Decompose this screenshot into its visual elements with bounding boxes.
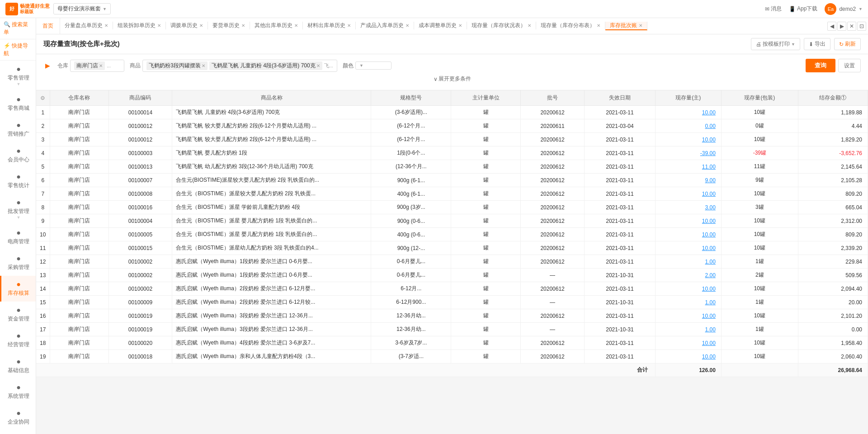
row-qty-main[interactable]: 10.00	[655, 214, 721, 228]
filter-expand-row: ∨ 展开更多条件	[43, 72, 861, 85]
table-row: 16 南岸门店 00100019 惠氏启赋（Wyeth illuma）3段奶粉 …	[36, 309, 868, 323]
row-qty-main[interactable]: 10.00	[655, 106, 721, 119]
tab-close-btn[interactable]: ✕	[847, 22, 856, 31]
tab-transfer-history[interactable]: 调拨单历史✕	[166, 22, 208, 29]
row-qty-main[interactable]: 0.00	[655, 119, 721, 133]
sidebar-item-basic[interactable]: ●基础信息	[0, 353, 36, 379]
tab-close-other-out-history[interactable]: ✕	[294, 23, 298, 28]
warehouse-tag-close-0[interactable]: ✕	[99, 63, 103, 68]
row-qty-main[interactable]: 1.00	[655, 296, 721, 309]
table-row: 7 南岸门店 00100008 合生元（BIOSTIME）派星较大婴儿配方奶粉 …	[36, 187, 868, 201]
content-area: 首页 分量盘点单历史✕组装拆卸单历史✕调拨单历史✕要货单历史✕其他出库单历史✕材…	[36, 18, 868, 434]
tab-borrow-history[interactable]: 要货单历史✕	[208, 22, 250, 29]
row-qty-main[interactable]: 1.00	[655, 255, 721, 269]
sidebar-item-wholesale[interactable]: ●批发管理▼	[0, 194, 36, 224]
sidebar-item-retail-shop[interactable]: ●零售商城	[0, 91, 36, 117]
sidebar-item-ecommerce[interactable]: ●电商管理	[0, 224, 36, 250]
sidebar-item-ops[interactable]: ●经营管理	[0, 327, 36, 353]
expand-conditions-btn[interactable]: ∨ 展开更多条件	[434, 75, 471, 83]
tab-batch-ledger[interactable]: 库存批次账✕	[605, 22, 647, 30]
row-qty-main[interactable]: 10.00	[655, 241, 721, 255]
row-expire: 2021-03-11	[585, 160, 656, 174]
tab-close-borrow-history[interactable]: ✕	[241, 23, 245, 28]
tab-close-stock-status[interactable]: ✕	[528, 23, 531, 28]
tab-close-product-in-history[interactable]: ✕	[406, 23, 409, 28]
tab-close-stock-dist[interactable]: ✕	[597, 23, 600, 28]
print-btn[interactable]: 🖨 按模板打印 ▼	[751, 38, 800, 50]
goods-tag-area[interactable]: 飞鹤奶粉3段丙罐摆装 ✕ 飞鹤星飞帆 儿童奶粉 4段(3-6岁适用) 700克 …	[142, 60, 337, 72]
row-qty-main[interactable]: 10.00	[655, 187, 721, 201]
row-qty-main[interactable]: 11.00	[655, 160, 721, 174]
tab-stock-dist[interactable]: 现存量（库存分布表）✕	[536, 22, 605, 29]
tab-expand-btn[interactable]: ⊡	[857, 22, 866, 31]
col-settings[interactable]: ⚙	[36, 90, 50, 106]
row-qty-main[interactable]: 2.00	[655, 269, 721, 282]
row-qty-main[interactable]: 3.00	[655, 201, 721, 214]
tab-disassembly-history[interactable]: 组装拆卸单历史✕	[113, 22, 166, 29]
sidebar-item-stats[interactable]: ●零售统计	[0, 168, 36, 194]
tab-other-out-history[interactable]: 其他出库单历史✕	[250, 22, 303, 29]
warehouse-tag-area[interactable]: 南岸门店 ✕ ...	[70, 60, 124, 72]
row-amount: 2,145.64	[798, 160, 868, 174]
query-btn[interactable]: 查询	[806, 59, 835, 72]
row-warehouse: 南岸门店	[50, 106, 108, 119]
quick-nav-btn[interactable]: ⚡ 快捷导航	[0, 39, 36, 61]
sidebar-item-inventory[interactable]: ●库存核算	[0, 276, 36, 302]
row-expire: 2021-03-11	[585, 133, 656, 146]
search-menu-btn[interactable]: 🔍 搜索菜单	[0, 18, 36, 39]
sidebar-item-member[interactable]: ●会员中心	[0, 142, 36, 168]
tab-stock-status[interactable]: 现存量（库存状况表）✕	[467, 22, 536, 29]
row-qty-pkg: 10罐	[721, 241, 798, 255]
row-qty-main[interactable]: 10.00	[655, 350, 721, 363]
row-no: 1	[36, 106, 50, 119]
tab-close-cost-adjust-history[interactable]: ✕	[458, 23, 462, 28]
tab-next-btn[interactable]: ▶	[837, 22, 846, 31]
sidebar-item-corp[interactable]: ●企业协同	[0, 405, 36, 430]
export-btn[interactable]: ⬇ 导出	[804, 38, 830, 50]
row-qty-main[interactable]: 10.00	[655, 336, 721, 350]
row-qty-main[interactable]: 10.00	[655, 309, 721, 323]
sidebar-item-finance[interactable]: ●资金管理	[0, 302, 36, 327]
row-qty-main[interactable]: 10.00	[655, 282, 721, 296]
row-qty-pkg: 9罐	[721, 174, 798, 187]
app-download-btn[interactable]: 📱 App下载	[789, 5, 817, 13]
filter-expand-btn[interactable]: ▶	[43, 62, 52, 69]
row-qty-pkg: 10罐	[721, 187, 798, 201]
row-qty-main[interactable]: 10.00	[655, 228, 721, 241]
tab-close-split-inventory-history[interactable]: ✕	[104, 23, 108, 28]
refresh-btn[interactable]: ↻ 刷新	[834, 38, 861, 50]
goods-tag-close-1[interactable]: ✕	[316, 63, 320, 68]
user-area[interactable]: Ea demo2 ▼	[825, 3, 863, 15]
tab-product-in-history[interactable]: 产成品入库单历史✕	[356, 22, 414, 29]
message-btn[interactable]: ✉ 消息	[765, 5, 782, 13]
row-qty-main[interactable]: -39.00	[655, 146, 721, 160]
tab-home[interactable]: 首页	[36, 18, 60, 34]
row-qty-main[interactable]: 10.00	[655, 133, 721, 146]
tab-material-out-history[interactable]: 材料出库单历史✕	[303, 22, 356, 29]
goods-label: 商品	[130, 62, 141, 70]
sidebar-item-newguide[interactable]: ●新手引导	[0, 430, 36, 434]
tab-close-disassembly-history[interactable]: ✕	[157, 23, 161, 28]
sidebar-item-system[interactable]: ●系统管理	[0, 379, 36, 405]
color-tag-area[interactable]: ▼	[355, 61, 392, 70]
row-qty-main[interactable]: 9.00	[655, 174, 721, 187]
settings-btn[interactable]: 设置	[838, 59, 861, 72]
row-qty-pkg: 10罐	[721, 336, 798, 350]
row-spec: 0-6月婴儿...	[371, 255, 451, 269]
row-code: 00100019	[108, 309, 172, 323]
row-qty-main[interactable]: 1.00	[655, 323, 721, 336]
tab-close-transfer-history[interactable]: ✕	[199, 23, 203, 28]
tab-close-material-out-history[interactable]: ✕	[347, 23, 351, 28]
row-amount: 2,105.28	[798, 174, 868, 187]
org-selector[interactable]: 母婴行业演示账套 ▼	[53, 3, 111, 14]
sidebar-item-retail[interactable]: ●零售管理▼	[0, 61, 36, 91]
table-row: 3 南岸门店 00100012 飞鹤星飞帆 较大婴儿配方奶粉 2段(6-12个月…	[36, 133, 868, 146]
tab-cost-adjust-history[interactable]: 成本调整单历史✕	[414, 22, 467, 29]
sidebar-item-purchase[interactable]: ●采购管理	[0, 250, 36, 276]
sidebar-item-marketing[interactable]: ●营销推广	[0, 117, 36, 142]
tab-split-inventory-history[interactable]: 分量盘点单历史✕	[60, 22, 113, 29]
table-footer-row: 合计 126.00 26,968.64	[36, 363, 868, 377]
tab-prev-btn[interactable]: ◀	[827, 22, 836, 31]
tab-close-batch-ledger[interactable]: ✕	[639, 23, 642, 28]
goods-tag-close-0[interactable]: ✕	[202, 63, 205, 68]
